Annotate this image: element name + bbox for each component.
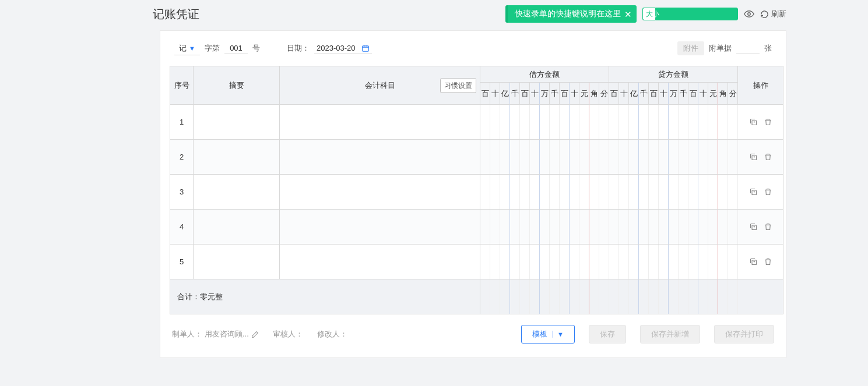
amount-digit-cell[interactable] <box>480 245 490 279</box>
amount-digit-cell[interactable] <box>708 245 718 279</box>
amount-digit-cell[interactable] <box>520 105 530 140</box>
amount-digit-cell[interactable] <box>510 175 520 210</box>
amount-digit-cell[interactable] <box>550 245 560 279</box>
amount-digit-cell[interactable] <box>649 175 659 210</box>
amount-digit-cell[interactable] <box>629 245 639 279</box>
amount-digit-cell[interactable] <box>708 210 718 245</box>
amount-digit-cell[interactable] <box>520 175 530 210</box>
account-cell[interactable] <box>280 105 480 140</box>
amount-digit-cell[interactable] <box>500 245 510 279</box>
amount-digit-cell[interactable] <box>530 210 540 245</box>
amount-digit-cell[interactable] <box>510 210 520 245</box>
date-input[interactable]: 2023-03-20 <box>314 43 372 54</box>
delete-row-icon[interactable] <box>764 153 772 161</box>
amount-digit-cell[interactable] <box>530 175 540 210</box>
delete-row-icon[interactable] <box>764 222 772 231</box>
amount-digit-cell[interactable] <box>708 140 718 175</box>
save-new-button[interactable]: 保存并新增 <box>640 325 700 343</box>
amount-digit-cell[interactable] <box>530 105 540 140</box>
amount-digit-cell[interactable] <box>659 140 669 175</box>
amount-digit-cell[interactable] <box>540 140 550 175</box>
amount-digit-cell[interactable] <box>570 245 579 279</box>
amount-digit-cell[interactable] <box>698 175 708 210</box>
copy-row-icon[interactable] <box>749 222 758 231</box>
amount-digit-cell[interactable] <box>520 245 530 279</box>
amount-digit-cell[interactable] <box>550 210 560 245</box>
amount-digit-cell[interactable] <box>688 245 698 279</box>
delete-row-icon[interactable] <box>764 187 772 196</box>
amount-digit-cell[interactable] <box>570 140 579 175</box>
voucher-type-select[interactable]: 记 ▼ <box>174 42 200 55</box>
account-cell[interactable] <box>280 210 480 245</box>
amount-digit-cell[interactable] <box>688 175 698 210</box>
amount-digit-cell[interactable] <box>490 140 500 175</box>
amount-digit-cell[interactable] <box>728 140 738 175</box>
amount-digit-cell[interactable] <box>669 210 679 245</box>
amount-digit-cell[interactable] <box>510 245 520 279</box>
amount-digit-cell[interactable] <box>609 105 619 140</box>
amount-digit-cell[interactable] <box>540 210 550 245</box>
amount-digit-cell[interactable] <box>589 210 599 245</box>
amount-digit-cell[interactable] <box>550 105 560 140</box>
amount-digit-cell[interactable] <box>669 175 679 210</box>
amount-digit-cell[interactable] <box>560 245 570 279</box>
voucher-number-input[interactable]: 001 <box>224 43 248 54</box>
amount-digit-cell[interactable] <box>698 140 708 175</box>
amount-digit-cell[interactable] <box>480 105 490 140</box>
amount-digit-cell[interactable] <box>550 140 560 175</box>
fudan-input[interactable] <box>736 43 760 54</box>
summary-cell[interactable] <box>194 105 280 140</box>
amount-digit-cell[interactable] <box>629 105 639 140</box>
amount-digit-cell[interactable] <box>560 210 570 245</box>
amount-digit-cell[interactable] <box>500 175 510 210</box>
account-cell[interactable] <box>280 175 480 210</box>
close-icon[interactable]: ✕ <box>624 10 632 19</box>
amount-digit-cell[interactable] <box>589 175 599 210</box>
amount-digit-cell[interactable] <box>728 245 738 279</box>
copy-row-icon[interactable] <box>749 118 758 126</box>
amount-digit-cell[interactable] <box>659 105 669 140</box>
amount-digit-cell[interactable] <box>718 245 728 279</box>
amount-digit-cell[interactable] <box>560 140 570 175</box>
amount-digit-cell[interactable] <box>698 245 708 279</box>
copy-row-icon[interactable] <box>749 153 758 161</box>
amount-digit-cell[interactable] <box>480 140 490 175</box>
amount-digit-cell[interactable] <box>688 210 698 245</box>
amount-digit-cell[interactable] <box>480 210 490 245</box>
amount-digit-cell[interactable] <box>510 105 520 140</box>
amount-digit-cell[interactable] <box>619 210 629 245</box>
amount-digit-cell[interactable] <box>669 245 679 279</box>
amount-digit-cell[interactable] <box>629 210 639 245</box>
amount-digit-cell[interactable] <box>510 140 520 175</box>
amount-digit-cell[interactable] <box>708 105 718 140</box>
amount-digit-cell[interactable] <box>500 105 510 140</box>
size-small-button[interactable]: 小 <box>655 8 738 20</box>
amount-digit-cell[interactable] <box>500 140 510 175</box>
amount-digit-cell[interactable] <box>659 245 669 279</box>
amount-digit-cell[interactable] <box>609 175 619 210</box>
amount-digit-cell[interactable] <box>540 245 550 279</box>
amount-digit-cell[interactable] <box>718 175 728 210</box>
amount-digit-cell[interactable] <box>589 245 599 279</box>
amount-digit-cell[interactable] <box>629 140 639 175</box>
amount-digit-cell[interactable] <box>679 140 688 175</box>
amount-digit-cell[interactable] <box>679 210 688 245</box>
amount-digit-cell[interactable] <box>619 105 629 140</box>
amount-digit-cell[interactable] <box>649 210 659 245</box>
amount-digit-cell[interactable] <box>728 175 738 210</box>
amount-digit-cell[interactable] <box>728 210 738 245</box>
amount-digit-cell[interactable] <box>490 105 500 140</box>
amount-digit-cell[interactable] <box>639 140 649 175</box>
refresh-button[interactable]: 刷新 <box>760 9 786 19</box>
amount-digit-cell[interactable] <box>679 245 688 279</box>
amount-digit-cell[interactable] <box>639 210 649 245</box>
edit-icon[interactable] <box>251 331 259 338</box>
amount-digit-cell[interactable] <box>718 105 728 140</box>
amount-digit-cell[interactable] <box>579 175 589 210</box>
amount-digit-cell[interactable] <box>480 175 490 210</box>
amount-digit-cell[interactable] <box>708 175 718 210</box>
attachment-button[interactable]: 附件 <box>677 41 704 55</box>
amount-digit-cell[interactable] <box>570 105 579 140</box>
summary-cell[interactable] <box>194 140 280 175</box>
amount-digit-cell[interactable] <box>679 175 688 210</box>
